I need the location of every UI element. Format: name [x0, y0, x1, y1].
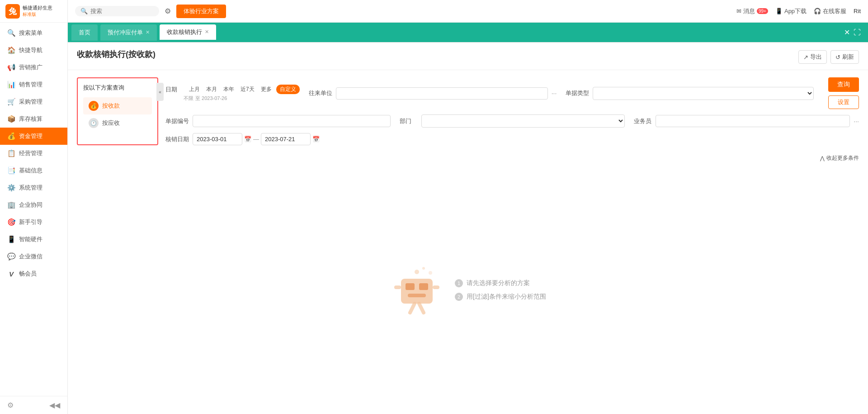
search-input[interactable]: [90, 8, 154, 14]
sidebar-item-inventory[interactable]: 📦 库存核算: [0, 110, 67, 128]
filter-container: 按以下方案查询 💰 按收款 🕐 按应收 « 日期: [68, 70, 868, 152]
basic-info-icon: 📑: [7, 167, 15, 175]
sidebar-bottom: ⚙ ◀◀: [0, 396, 67, 414]
guide-icon: 🎯: [7, 218, 15, 226]
app-icon: 📱: [775, 8, 783, 14]
tab-receivable[interactable]: 收款核销执行 ✕: [160, 24, 216, 41]
page-title: 收款核销执行(按收款): [77, 49, 156, 60]
custom-date-btn[interactable]: 自定义: [276, 85, 300, 94]
verify-date-end-input[interactable]: [261, 133, 311, 145]
sidebar-item-guide[interactable]: 🎯 新手引导: [0, 214, 67, 231]
sidebar-item-marketing[interactable]: 📢 营销推广: [0, 59, 67, 76]
main-area: 🔍 ⚙ 体验行业方案 ✉ 消息 99+ 📱 App下载 🎧 在线客服 Rit: [68, 0, 868, 414]
refresh-button[interactable]: ↺ 刷新: [830, 50, 859, 64]
dept-label: 部门: [400, 117, 418, 125]
enterprise-icon: 🏢: [7, 201, 15, 209]
counterpart-label: 往来单位: [309, 89, 332, 97]
filter-form: 日期 上月 本月 本年 近7天 更多 自定义 不限: [165, 77, 859, 145]
quick-dates: 上月 本月 本年 近7天 更多 自定义: [187, 85, 300, 94]
verify-date-group: 📅 — 📅: [193, 133, 320, 145]
wechat-icon: 💬: [7, 252, 15, 261]
this-year-btn[interactable]: 本年: [222, 85, 236, 94]
solution-button[interactable]: 体验行业方案: [176, 5, 226, 18]
collapse-sidebar-icon[interactable]: ◀◀: [49, 401, 60, 409]
dept-select[interactable]: [421, 114, 625, 128]
sidebar-item-system[interactable]: ⚙️ 系统管理: [0, 179, 67, 196]
expand-conditions-btn[interactable]: ⋀ 收起更多条件: [68, 152, 868, 166]
message-button[interactable]: ✉ 消息 99+: [736, 7, 768, 15]
export-icon: ↗: [803, 54, 808, 61]
quick-nav-icon: 🏠: [7, 46, 15, 54]
sidebar-item-sales[interactable]: 📊 销售管理: [0, 76, 67, 93]
date-to-label: 至 2023-07-26: [195, 95, 227, 102]
sidebar-item-operation[interactable]: 📋 经营管理: [0, 145, 67, 162]
verify-date-start-input[interactable]: [193, 133, 242, 145]
last-7-days-btn[interactable]: 近7天: [239, 85, 256, 94]
counterpart-input[interactable]: [336, 87, 548, 100]
app-logo: 兔 畅捷通好生意 标准版: [0, 0, 67, 23]
sidebar-item-member[interactable]: V 畅会员: [0, 265, 67, 282]
service-icon: 🎧: [814, 8, 821, 14]
app-download-button[interactable]: 📱 App下载: [775, 7, 807, 15]
fullscreen-btn[interactable]: ⛶: [854, 28, 861, 37]
expand-up-icon: ⋀: [820, 155, 825, 162]
filter-option-receipt[interactable]: 💰 按收款: [83, 97, 152, 114]
employee-more-icon[interactable]: ···: [854, 118, 859, 125]
sidebar-item-finance[interactable]: 💰 资金管理: [0, 128, 67, 145]
message-badge: 99+: [757, 8, 768, 14]
svg-rect-1: [406, 283, 415, 290]
sidebar-item-enterprise[interactable]: 🏢 企业协同: [0, 196, 67, 214]
sales-icon: 📊: [7, 81, 15, 89]
filter-row-1: 日期 上月 本月 本年 近7天 更多 自定义 不限: [165, 77, 859, 109]
tip-num-2: 2: [455, 293, 463, 301]
doctype-select[interactable]: [593, 87, 814, 100]
close-tab-btn[interactable]: ✕: [844, 28, 850, 37]
tab-prepay-close[interactable]: ✕: [146, 29, 150, 35]
sidebar-item-purchase[interactable]: 🛒 采购管理: [0, 93, 67, 110]
collapse-filter-btn[interactable]: «: [156, 83, 164, 101]
tab-prepay[interactable]: 预付冲应付单 ✕: [100, 24, 157, 41]
topbar-actions: ✉ 消息 99+ 📱 App下载 🎧 在线客服 Rit: [736, 7, 861, 15]
counterpart-more-icon[interactable]: ···: [552, 90, 557, 97]
settings-icon[interactable]: ⚙: [165, 7, 171, 15]
svg-rect-5: [433, 286, 439, 289]
page-actions: ↗ 导出 ↺ 刷新: [798, 50, 859, 64]
svg-rect-2: [419, 283, 428, 290]
more-dates-btn[interactable]: 更多: [259, 85, 274, 94]
sidebar-item-quick-nav[interactable]: 🏠 快捷导航: [0, 42, 67, 59]
search-button[interactable]: 查询: [828, 77, 859, 92]
filter-row-3: 核销日期 📅 — 📅: [165, 133, 859, 145]
sidebar-item-search-menu[interactable]: 🔍 搜索菜单: [0, 24, 67, 42]
verify-date-start-cal-icon[interactable]: 📅: [244, 136, 251, 143]
sidebar-item-basic-info[interactable]: 📑 基础信息: [0, 162, 67, 179]
search-box[interactable]: 🔍: [75, 6, 159, 16]
this-month-btn[interactable]: 本月: [204, 85, 219, 94]
svg-rect-4: [394, 286, 401, 289]
filter-counterpart-item: 往来单位 ···: [309, 87, 557, 100]
empty-tip-1: 1 请先选择要分析的方案: [455, 279, 546, 287]
hardware-icon: 📱: [7, 235, 15, 243]
user-info[interactable]: Rit: [854, 8, 861, 14]
settings-bottom-icon[interactable]: ⚙: [7, 401, 14, 409]
filter-settings-button[interactable]: 设置: [828, 95, 859, 109]
tab-home[interactable]: 首页: [71, 24, 98, 41]
tab-receivable-close[interactable]: ✕: [205, 29, 209, 35]
logo-icon: 兔: [5, 4, 20, 19]
finance-icon: 💰: [7, 132, 15, 140]
filter-option-receivable[interactable]: 🕐 按应收: [83, 114, 152, 132]
filter-actions: 查询 设置: [828, 77, 859, 109]
marketing-icon: 📢: [7, 63, 15, 71]
refresh-icon: ↺: [835, 54, 840, 61]
employee-input[interactable]: [656, 115, 850, 127]
online-service-button[interactable]: 🎧 在线客服: [814, 7, 846, 15]
sidebar-item-wechat[interactable]: 💬 企业微信: [0, 248, 67, 265]
verify-date-end-cal-icon[interactable]: 📅: [312, 136, 320, 143]
no-limit-label: 不限: [184, 95, 193, 102]
last-month-btn[interactable]: 上月: [187, 85, 202, 94]
docno-input[interactable]: [193, 115, 391, 127]
search-icon: 🔍: [80, 8, 88, 14]
filter-date-item: 日期 上月 本月 本年 近7天 更多 自定义 不限: [165, 85, 300, 102]
system-icon: ⚙️: [7, 184, 15, 192]
export-button[interactable]: ↗ 导出: [798, 50, 827, 64]
sidebar-item-hardware[interactable]: 📱 智能硬件: [0, 231, 67, 248]
